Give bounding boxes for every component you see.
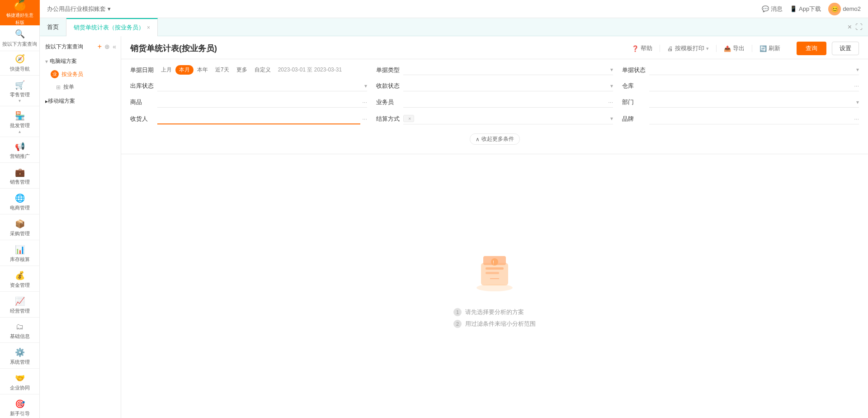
date-tab-more[interactable]: 更多: [233, 65, 251, 75]
doc-type-label: 单据类型: [376, 66, 400, 74]
department-select[interactable]: ▾: [649, 97, 859, 108]
payment-select[interactable]: × ▾: [403, 113, 613, 124]
salesperson-dots-icon[interactable]: ···: [608, 99, 613, 105]
copy-scheme-icon[interactable]: ⊕: [104, 43, 110, 50]
tab-close-icon[interactable]: ×: [147, 24, 150, 31]
app-logo[interactable]: 🍊 畅捷通好生意 标版: [0, 0, 40, 25]
sidebar-item-sales[interactable]: 💼 销售管理: [0, 163, 39, 189]
export-button[interactable]: 📤 导出: [724, 44, 745, 52]
filter-doc-status: 单据状态 ▾: [613, 65, 859, 75]
sidebar-item-wholesale[interactable]: 🏪 批发管理 ▴: [0, 106, 39, 137]
date-tab-custom[interactable]: 自定义: [251, 65, 274, 75]
compass-icon: 🧭: [15, 54, 25, 64]
sidebar-item-marketing[interactable]: 📢 营销推广: [0, 137, 39, 163]
user-menu[interactable]: 😊 demo2: [828, 3, 861, 15]
quick-nav-label[interactable]: 快捷导航: [10, 66, 30, 72]
brand-dots-icon[interactable]: ···: [854, 115, 859, 122]
salesperson-select[interactable]: ···: [403, 97, 613, 108]
doc-status-select[interactable]: ▾: [649, 65, 859, 75]
sidebar-item-enterprise[interactable]: 🤝 企业协同: [0, 369, 39, 394]
date-tab-this-year[interactable]: 本年: [193, 65, 212, 75]
print-button[interactable]: 🖨 按模板打印 ▾: [667, 44, 709, 52]
filter-row-4: 收货人 ··· 结算方式 × ▾: [130, 113, 859, 124]
topbar-right: 💬 消息 📱 App下载 😊 demo2: [762, 3, 861, 15]
svg-point-5: [491, 258, 498, 266]
settings-button[interactable]: 设置: [832, 42, 859, 55]
date-tabs: 上月 本月 本年 近7天 更多 自定义 2023-03-01 至 2023-03…: [157, 65, 342, 75]
message-icon: 💬: [762, 5, 769, 12]
collapse-panel-icon[interactable]: «: [113, 43, 116, 50]
collapse-label: 收起更多条件: [481, 135, 514, 143]
tab-sales-stat[interactable]: 销货单统计表（按业务员） ×: [66, 18, 158, 36]
sidebar-item-ecommerce[interactable]: 🌐 电商管理: [0, 189, 39, 214]
filter-receiver: 收货人 ···: [130, 113, 367, 124]
receiver-label: 收货人: [130, 115, 154, 123]
date-label: 单据日期: [130, 66, 154, 74]
goods-select[interactable]: ···: [157, 97, 367, 108]
date-tab-7days[interactable]: 近7天: [212, 65, 233, 75]
refresh-button[interactable]: 🔄 刷新: [760, 44, 780, 52]
warehouse-select[interactable]: ···: [649, 81, 859, 91]
mobile-group-header[interactable]: ▸ 移动端方案: [40, 95, 121, 107]
sidebar-item-operations[interactable]: 📈 经营管理: [0, 292, 39, 318]
tab-home[interactable]: 首页: [40, 18, 66, 36]
sidebar-item-purchase[interactable]: 📦 采购管理: [0, 214, 39, 240]
sidebar-item-basic[interactable]: 🗂 基础信息: [0, 318, 39, 343]
app-download-label: App下载: [799, 5, 821, 13]
sidebar-item-system[interactable]: ⚙️ 系统管理: [0, 343, 39, 369]
search-label[interactable]: 按以下方案查询: [2, 41, 37, 47]
date-range-text: 2023-03-01 至 2023-03-31: [278, 66, 342, 74]
date-tab-last-month[interactable]: 上月: [157, 65, 175, 75]
scheme-by-order[interactable]: ⊞ 按单: [40, 81, 121, 93]
messages-button[interactable]: 💬 消息: [762, 5, 783, 13]
suite-arrow-icon: ▾: [108, 5, 111, 12]
window-close-icon[interactable]: ×: [848, 23, 852, 31]
tip-text-2: 用过滤条件来缩小分析范围: [465, 320, 536, 328]
print-icon: 🖨: [667, 45, 673, 52]
ecommerce-icon: 🌐: [15, 193, 25, 203]
home-tab-label: 首页: [47, 23, 59, 31]
payment-tag-close-icon[interactable]: ×: [408, 116, 411, 121]
date-tab-this-month[interactable]: 本月: [175, 65, 193, 75]
left-panel: 按以下方案查询 + ⊕ « ▾ 电脑端方案 业 按业务员 ⊞ 按单: [40, 36, 121, 418]
window-maximize-icon[interactable]: ⛶: [855, 23, 863, 31]
empty-tips: 1 请先选择要分析的方案 2 用过滤条件来缩小分析范围: [453, 308, 536, 328]
scheme-salesperson[interactable]: 业 按业务员: [40, 67, 121, 81]
left-panel-actions: + ⊕ «: [98, 43, 116, 51]
payment-tag: ×: [403, 115, 414, 122]
doc-type-select[interactable]: ▾: [403, 65, 613, 75]
filter-recv-status: 收款状态 ▾: [367, 81, 613, 91]
tip-num-2: 2: [453, 320, 462, 328]
pc-group-header[interactable]: ▾ 电脑端方案: [40, 55, 121, 67]
salesperson-scheme-icon: 业: [51, 70, 59, 78]
right-panel: 销货单统计表(按业务员) ❓ 帮助 🖨 按模板打印 ▾ 📤: [121, 36, 868, 418]
help-button[interactable]: ❓ 帮助: [632, 44, 652, 52]
suite-selector[interactable]: 办公用品行业模拟账套 ▾: [47, 5, 111, 13]
refresh-label: 刷新: [769, 44, 780, 52]
filter-goods: 商品 ···: [130, 97, 367, 108]
out-status-select[interactable]: ▾: [157, 81, 367, 91]
filter-area: 单据日期 上月 本月 本年 近7天 更多 自定义 2023-03-01 至 20…: [121, 59, 868, 154]
warehouse-dots-icon[interactable]: ···: [854, 82, 859, 89]
tab-actions: × ⛶: [848, 23, 868, 31]
filter-payment: 结算方式 × ▾: [367, 113, 613, 124]
topbar-left: 办公用品行业模拟账套 ▾: [47, 5, 111, 13]
collapse-bar: ∧ 收起更多条件: [130, 130, 859, 148]
sales-icon: 💼: [15, 167, 25, 177]
sidebar-item-finance[interactable]: 💰 资金管理: [0, 266, 39, 292]
app-download-button[interactable]: 📱 App下载: [790, 5, 821, 13]
query-button[interactable]: 查询: [797, 42, 826, 55]
add-scheme-icon[interactable]: +: [98, 43, 102, 51]
receiver-input[interactable]: [157, 113, 360, 124]
sidebar-search-section: 🔍 按以下方案查询: [0, 25, 39, 51]
goods-dots-icon[interactable]: ···: [362, 99, 367, 105]
sidebar-item-retail[interactable]: 🛒 零售管理 ▾: [0, 76, 39, 106]
receiver-dots-icon[interactable]: ···: [362, 115, 367, 122]
brand-select[interactable]: ···: [649, 114, 859, 124]
sidebar-item-newbie[interactable]: 🎯 新手引导: [0, 394, 39, 418]
sidebar-item-inventory[interactable]: 📊 库存核算: [0, 240, 39, 266]
empty-state: ! 1 请先选择要分析的方案 2 用过滤条件来缩小分析范围: [121, 154, 868, 418]
recv-status-select[interactable]: ▾: [403, 81, 613, 91]
collapse-button[interactable]: ∧ 收起更多条件: [470, 133, 520, 145]
doc-status-arrow-icon: ▾: [856, 66, 859, 73]
